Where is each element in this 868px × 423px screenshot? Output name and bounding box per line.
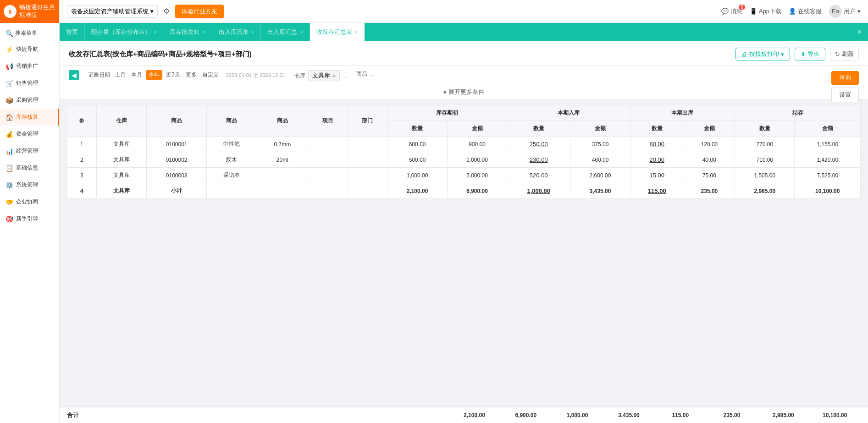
- expand-icon: ▾: [443, 89, 447, 96]
- row1-opening-amt: 900.00: [447, 137, 507, 152]
- tab-in-out-flow[interactable]: 出入库流水 ×: [212, 23, 261, 41]
- goods-more[interactable]: ...: [370, 71, 375, 77]
- tab-in-out-summary[interactable]: 出入库汇总 ×: [261, 23, 310, 41]
- row1-seq: 1: [67, 137, 97, 152]
- filter-group-goods: 商品 ...: [356, 70, 375, 78]
- th-closing-amt: 金额: [795, 121, 861, 137]
- row2-out-amt: 40.00: [684, 152, 735, 168]
- row1-dept: [348, 137, 387, 152]
- tab-in-out-flow-label: 出入库流水: [219, 28, 249, 36]
- row2-out-qty[interactable]: 20.00: [630, 152, 684, 168]
- base-info-icon: 📋: [6, 165, 13, 172]
- notifications-btn[interactable]: 💬 消息 6: [721, 7, 742, 16]
- th-dept: 部门: [348, 105, 387, 137]
- sidebar-item-capital[interactable]: 💰 资金管理: [0, 126, 59, 143]
- system-selector[interactable]: 装备及固定资产辅助管理系统 ▾: [67, 5, 158, 18]
- tab-stock-dist[interactable]: 现存量（库存分布表） ×: [85, 23, 163, 41]
- th-settings[interactable]: ⚙: [67, 105, 97, 137]
- subtotal-in-qty[interactable]: 1,000.00: [507, 183, 570, 199]
- sidebar-item-system[interactable]: ⚙️ 系统管理: [0, 176, 59, 193]
- table-section: ⚙ 仓库 商品 商品 商品 项目 部门 库存期初 本期入库 本期出库 结存 数量: [60, 99, 868, 407]
- row3-dept: [348, 168, 387, 183]
- page-title: 收发存汇总表(按仓库+商品编码+商品+规格型号+项目+部门): [69, 50, 252, 59]
- date-curr-month-btn[interactable]: 本月: [129, 70, 144, 80]
- warehouse-filter-label: 仓库: [294, 72, 305, 80]
- row3-in-qty[interactable]: 520.00: [507, 168, 570, 183]
- capital-icon: 💰: [6, 131, 13, 138]
- app-download-btn[interactable]: 📱 App下载: [750, 7, 781, 16]
- subtotal-col4: [206, 183, 257, 199]
- table-row: 2 文具库 0100002 胶水 20ml 500.00 1,000.00 23…: [67, 152, 861, 168]
- tab-in-out-summary-close[interactable]: ×: [300, 29, 303, 35]
- tab-recv-send-summary-label: 收发存汇总表: [316, 28, 352, 36]
- row2-opening-amt: 1,000.00: [447, 152, 507, 168]
- warehouse-tag-close[interactable]: ×: [332, 72, 336, 79]
- tabbar-close-btn[interactable]: ×: [851, 28, 868, 36]
- user-menu[interactable]: Ea 用户 ▾: [829, 5, 861, 18]
- row1-out-qty[interactable]: 80.00: [630, 137, 684, 152]
- tab-recv-send-summary-close[interactable]: ×: [355, 29, 358, 35]
- download-icon: 📱: [750, 8, 757, 15]
- sidebar-search[interactable]: 🔍 搜索菜单: [0, 26, 59, 41]
- tab-home[interactable]: 首页: [60, 23, 85, 41]
- th-period-in-group: 本期入库: [507, 105, 630, 121]
- subtotal-out-qty[interactable]: 115.00: [630, 183, 684, 199]
- trial-btn[interactable]: 体验行业方案: [175, 5, 224, 18]
- tab-in-out-flow-close[interactable]: ×: [251, 29, 254, 35]
- th-closing-qty: 数量: [735, 121, 795, 137]
- warehouse-tag-value: 文具库: [312, 71, 330, 80]
- filter-toggle-btn[interactable]: ◀: [69, 70, 79, 80]
- tab-stock-dist-close[interactable]: ×: [154, 29, 156, 35]
- date-7days-btn[interactable]: 近7天: [164, 70, 182, 80]
- filter-group-date: 记账日期 上月 本月 本年 近7天 更多 自定义 2023-01-01 至 20…: [88, 70, 285, 80]
- query-btn[interactable]: 查询: [831, 71, 859, 85]
- sidebar-item-sales[interactable]: 🛒 销售管理: [0, 75, 59, 92]
- date-curr-year-btn[interactable]: 本年: [146, 70, 162, 80]
- export-btn[interactable]: ⬆ 导出: [795, 48, 825, 60]
- sidebar-item-inventory[interactable]: 🏠 库存核算: [0, 109, 59, 126]
- sidebar-item-marketing[interactable]: 📢 营销推广: [0, 58, 59, 75]
- row1-in-qty[interactable]: 250.00: [507, 137, 570, 152]
- sidebar-item-base-info[interactable]: 📋 基础信息: [0, 159, 59, 176]
- print-template-btn[interactable]: 🖨 按模板打印 ▾: [735, 48, 790, 60]
- row1-closing-amt: 1,155.00: [795, 137, 861, 152]
- tab-batch-ledger[interactable]: 库存批次账 ×: [163, 23, 212, 41]
- sidebar-item-ops[interactable]: 📊 经营管理: [0, 143, 59, 159]
- sidebar-item-enterprise[interactable]: 🤝 企业协同: [0, 193, 59, 210]
- date-prev-month-btn[interactable]: 上月: [113, 70, 127, 80]
- row3-out-qty[interactable]: 15.00: [630, 168, 684, 183]
- th-closing-group: 结存: [735, 105, 861, 121]
- expand-more-btn[interactable]: ▾ 展开更多条件: [443, 88, 484, 96]
- tab-batch-ledger-close[interactable]: ×: [202, 29, 205, 35]
- topbar-actions: 💬 消息 6 📱 App下载 👤 在线客服 Ea 用户 ▾: [721, 5, 861, 18]
- sidebar-nav: 🔍 搜索菜单 ⚡ 快捷导航 📢 营销推广 🛒 销售管理 📦 采购管理 🏠 库存核…: [0, 23, 59, 423]
- table-settings-icon[interactable]: ⚙: [79, 117, 84, 124]
- settings-gear-icon[interactable]: ⚙: [163, 7, 170, 16]
- set-btn[interactable]: 设置: [831, 88, 859, 102]
- quick-nav-icon: ⚡: [6, 46, 13, 53]
- sidebar-item-quick-nav[interactable]: ⚡ 快捷导航: [0, 41, 59, 58]
- online-service-btn[interactable]: 👤 在线客服: [789, 7, 822, 16]
- subtotal-warehouse: 文具库: [96, 183, 147, 199]
- refresh-btn[interactable]: ↻ 刷新: [830, 48, 859, 60]
- subtotal-closing-amt: 10,100.00: [795, 183, 861, 199]
- date-filter-label: 记账日期: [88, 71, 110, 79]
- ops-icon: 📊: [6, 148, 13, 155]
- sidebar-item-purchase[interactable]: 📦 采购管理: [0, 92, 59, 109]
- date-custom-btn[interactable]: 自定义: [200, 70, 221, 80]
- tab-recv-send-summary[interactable]: 收发存汇总表 ×: [310, 23, 365, 41]
- sidebar-header: 6 畅捷通好生意 标准版: [0, 0, 59, 23]
- subtotal-out-amt: 235.00: [684, 183, 735, 199]
- subtotal-in-amt: 3,435.00: [570, 183, 630, 199]
- row1-project: [308, 137, 348, 152]
- sidebar-item-guide[interactable]: 🎯 新手引导: [0, 210, 59, 227]
- row3-code: 0100003: [147, 168, 206, 183]
- th-in-amt: 金额: [570, 121, 630, 137]
- tabbar: 首页 现存量（库存分布表） × 库存批次账 × 出入库流水 × 出入库汇总 × …: [60, 23, 868, 41]
- warehouse-more[interactable]: ...: [343, 72, 347, 79]
- total-label: 合计: [67, 411, 79, 419]
- avatar: Ea: [829, 5, 842, 18]
- tab-home-label: 首页: [66, 28, 78, 36]
- date-more-btn[interactable]: 更多: [184, 70, 199, 80]
- row2-in-qty[interactable]: 230.00: [507, 152, 570, 168]
